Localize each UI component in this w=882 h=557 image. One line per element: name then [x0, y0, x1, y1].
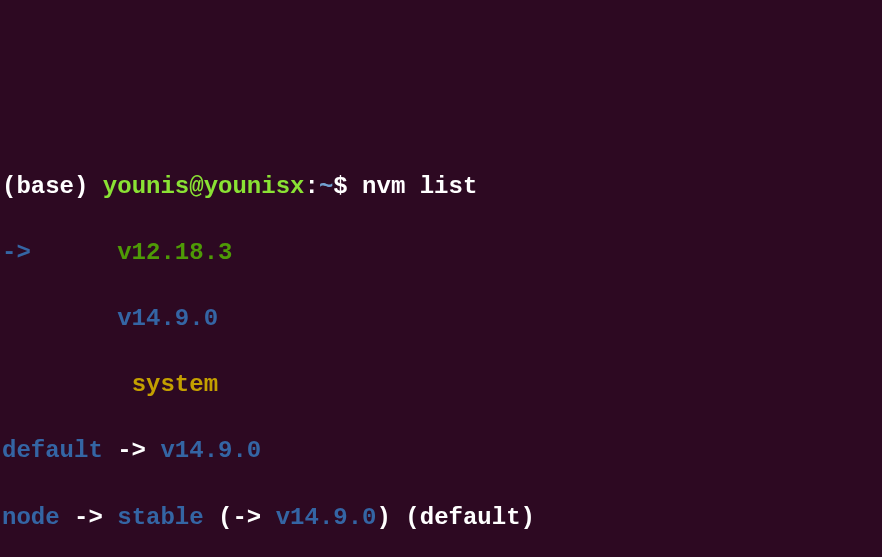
- version-item: v14.9.0: [2, 302, 880, 335]
- version: v14.9.0: [160, 437, 261, 464]
- alias-label: node: [2, 504, 74, 531]
- dollar: $: [333, 173, 362, 200]
- alias-target: stable: [117, 504, 218, 531]
- paren-close: ): [377, 504, 391, 531]
- terminal-output: (base) younis@younisx:~$ nvm list -> v12…: [2, 136, 880, 557]
- prompt-line-1: (base) younis@younisx:~$ nvm list: [2, 170, 880, 203]
- path: ~: [319, 173, 333, 200]
- arrow-icon: ->: [232, 504, 275, 531]
- version: v14.9.0: [117, 305, 218, 332]
- arrow-icon: ->: [74, 504, 117, 531]
- command: nvm list: [362, 173, 477, 200]
- conda-env: (base): [2, 173, 103, 200]
- alias-node: node -> stable (-> v14.9.0) (default): [2, 501, 880, 534]
- alias-label: default: [2, 437, 117, 464]
- version: v12.18.3: [117, 239, 232, 266]
- version-current: -> v12.18.3: [2, 236, 880, 269]
- arrow-icon: ->: [2, 239, 117, 266]
- version: v14.9.0: [276, 504, 377, 531]
- pad: [2, 371, 132, 398]
- pad: [2, 305, 117, 332]
- alias-default: default -> v14.9.0: [2, 434, 880, 467]
- userhost: younis@younisx: [103, 173, 305, 200]
- arrow-icon: ->: [117, 437, 160, 464]
- paren-open: (: [218, 504, 232, 531]
- system-label: system: [132, 371, 218, 398]
- version-system: system: [2, 368, 880, 401]
- default-tag: (default): [391, 504, 535, 531]
- colon: :: [304, 173, 318, 200]
